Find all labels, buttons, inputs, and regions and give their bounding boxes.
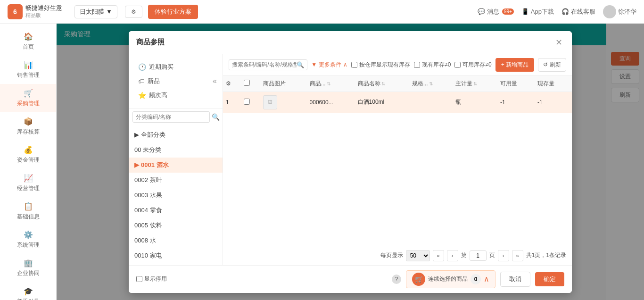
category-search-btn[interactable]: 🔍 bbox=[212, 113, 220, 121]
add-product-btn[interactable]: + 新增商品 bbox=[495, 58, 534, 72]
clock-icon: 🕐 bbox=[138, 63, 146, 71]
sort-spec-icon: ⇅ bbox=[429, 81, 433, 86]
cat-label-0003: 0003 水果 bbox=[134, 192, 162, 199]
sidebar-item-sales[interactable]: 📊 销售管理 bbox=[0, 56, 56, 84]
modal-footer: 显示停用 ? 🛒 连续选择的商品 0 ∧ 取消 确定 bbox=[129, 265, 572, 293]
sidebar-item-system[interactable]: ⚙️ 系统管理 bbox=[0, 225, 56, 254]
table-row[interactable]: 1 🖼 bbox=[223, 92, 572, 113]
nav-selector[interactable]: 日太阳膜 ▼ bbox=[74, 5, 117, 18]
per-page-select[interactable]: 50 20 100 bbox=[406, 250, 430, 261]
th-unit[interactable]: 主计量 ⇅ bbox=[453, 76, 497, 92]
arrow-right-active-icon: ▶ bbox=[134, 161, 139, 168]
online-service-label: 在线客服 bbox=[571, 8, 595, 16]
cat-item-00[interactable]: 00 未分类 bbox=[129, 142, 223, 158]
modal-left-top: 🕐 近期购买 🏷 新品 ⭐ 频次高 bbox=[129, 54, 223, 108]
sidebar-item-business[interactable]: 📈 经营管理 bbox=[0, 169, 56, 197]
modal-title: 商品参照 bbox=[136, 38, 165, 47]
sidebar-item-home[interactable]: 🏠 首页 bbox=[0, 27, 56, 56]
app-download-btn[interactable]: 📱 App下载 bbox=[521, 8, 554, 16]
next-page-btn[interactable]: › bbox=[498, 250, 509, 261]
cell-spec bbox=[409, 92, 453, 113]
cat-item-0010[interactable]: 0010 家电 bbox=[129, 248, 223, 263]
product-table: ⚙ 商品图片 商品... bbox=[223, 76, 572, 113]
current-page-input[interactable] bbox=[470, 250, 487, 261]
logo-icon: 6 bbox=[8, 4, 23, 19]
settings-icon[interactable]: ⚙ bbox=[226, 80, 231, 87]
th-checkbox bbox=[241, 76, 260, 92]
toolbar-right: + 新增商品 ↺ 刷新 bbox=[495, 58, 566, 72]
sidebar-item-finance[interactable]: 💰 资金管理 bbox=[0, 141, 56, 169]
cat-item-all[interactable]: ▶ 全部分类 bbox=[129, 127, 223, 142]
quick-item-recent[interactable]: 🕐 近期购买 bbox=[132, 60, 211, 74]
checkbox-available-nonzero[interactable] bbox=[454, 62, 461, 68]
online-service-btn[interactable]: 🎧 在线客服 bbox=[561, 8, 595, 16]
cat-label-0002: 0002 茶叶 bbox=[134, 176, 162, 183]
logo-title: 畅捷通好生意 bbox=[25, 4, 62, 12]
checkbox-warehouse[interactable] bbox=[351, 62, 357, 68]
category-search-input[interactable] bbox=[132, 111, 210, 123]
sidebar: 🏠 首页 📊 销售管理 🛒 采购管理 📦 库存核算 💰 资金管理 📈 经营管理 … bbox=[0, 24, 57, 300]
first-page-btn[interactable]: « bbox=[433, 250, 444, 261]
cart-collapse-btn[interactable]: ∧ bbox=[484, 275, 489, 283]
cat-label-all: 全部分类 bbox=[141, 131, 165, 139]
modal-body: 🕐 近期购买 🏷 新品 ⭐ 频次高 bbox=[129, 54, 572, 265]
sidebar-label-sales: 销售管理 bbox=[17, 71, 40, 79]
last-page-btn[interactable]: » bbox=[512, 250, 523, 261]
business-icon: 📈 bbox=[24, 174, 33, 183]
cat-item-0008[interactable]: 0008 水 bbox=[129, 233, 223, 248]
cat-item-0001[interactable]: ▶ 0001 酒水 bbox=[129, 158, 223, 173]
sidebar-label-home: 首页 bbox=[23, 43, 34, 51]
table-header-row: ⚙ 商品图片 商品... bbox=[223, 76, 572, 92]
cat-item-0002[interactable]: 0002 茶叶 bbox=[129, 173, 223, 188]
quick-new-label: 新品 bbox=[148, 77, 160, 85]
search-icon: 🔍 bbox=[297, 61, 304, 68]
trial-btn[interactable]: 体验行业方案 bbox=[148, 5, 198, 19]
top-nav: 6 畅捷通好生意 精品版 日太阳膜 ▼ ⚙ 体验行业方案 💬 消息 99+ 📱 … bbox=[0, 0, 644, 24]
cell-code: 000600... bbox=[307, 92, 355, 113]
enterprise-icon: 🏢 bbox=[24, 258, 33, 267]
th-available: 可用量 bbox=[497, 76, 535, 92]
row-checkbox[interactable] bbox=[244, 99, 250, 105]
th-name[interactable]: 商品名称 ⇅ bbox=[355, 76, 409, 92]
quick-item-new[interactable]: 🏷 新品 bbox=[132, 74, 211, 88]
messages-label: 消息 bbox=[487, 8, 499, 16]
prev-page-btn[interactable]: ‹ bbox=[447, 250, 458, 261]
cat-item-0004[interactable]: 0004 零食 bbox=[129, 203, 223, 218]
show-disabled-wrap: 显示停用 bbox=[136, 275, 167, 283]
quick-item-frequent[interactable]: ⭐ 频次高 bbox=[132, 88, 211, 102]
sidebar-item-purchase[interactable]: 🛒 采购管理 bbox=[0, 84, 56, 112]
cancel-btn[interactable]: 取消 bbox=[500, 272, 530, 287]
sort-name-icon: ⇅ bbox=[381, 81, 385, 86]
help-btn[interactable]: ? bbox=[392, 275, 401, 284]
refresh-btn[interactable]: ↺ 刷新 bbox=[538, 58, 566, 72]
th-image: 商品图片 bbox=[260, 76, 307, 92]
th-code[interactable]: 商品... ⇅ bbox=[307, 76, 355, 92]
sidebar-item-stock[interactable]: 📦 库存核算 bbox=[0, 112, 56, 141]
modal-right-panel: 🔍 ▼ 更多条件 ∧ 按仓库显示现有库存 bbox=[223, 54, 572, 265]
chevron-down-icon: ▼ bbox=[106, 8, 112, 15]
sidebar-item-basic[interactable]: 📋 基础信息 bbox=[0, 197, 56, 225]
collapse-left-btn[interactable]: « bbox=[211, 75, 219, 87]
guide-icon: 🎓 bbox=[24, 287, 33, 296]
th-spec[interactable]: 规格... ⇅ bbox=[409, 76, 453, 92]
show-disabled-checkbox[interactable] bbox=[136, 276, 142, 282]
cell-stock: -1 bbox=[535, 92, 572, 113]
confirm-btn[interactable]: 确定 bbox=[535, 272, 564, 286]
filter-more-btn[interactable]: ▼ 更多条件 ∧ bbox=[311, 61, 347, 69]
modal-close-btn[interactable]: ✕ bbox=[553, 37, 564, 48]
refresh-label: 刷新 bbox=[550, 61, 561, 69]
cat-item-0005[interactable]: 0005 饮料 bbox=[129, 218, 223, 233]
user-menu[interactable]: 徐泽华 bbox=[603, 5, 636, 18]
gear-button[interactable]: ⚙ bbox=[125, 6, 142, 18]
sidebar-item-guide[interactable]: 🎓 新手引导 bbox=[0, 282, 56, 300]
messages-btn[interactable]: 💬 消息 99+ bbox=[478, 8, 514, 16]
checkbox-stock-nonzero[interactable] bbox=[414, 62, 420, 68]
app-download-label: App下载 bbox=[531, 8, 554, 16]
sidebar-item-enterprise[interactable]: 🏢 企业协同 bbox=[0, 254, 56, 282]
select-all-checkbox[interactable] bbox=[244, 80, 250, 86]
checkbox-warehouse-label: 按仓库显示现有库存 bbox=[359, 61, 410, 69]
logo-area: 6 畅捷通好生意 精品版 bbox=[8, 4, 69, 19]
product-search-input[interactable] bbox=[232, 61, 297, 68]
sales-icon: 📊 bbox=[24, 60, 33, 69]
cat-item-0003[interactable]: 0003 水果 bbox=[129, 188, 223, 203]
